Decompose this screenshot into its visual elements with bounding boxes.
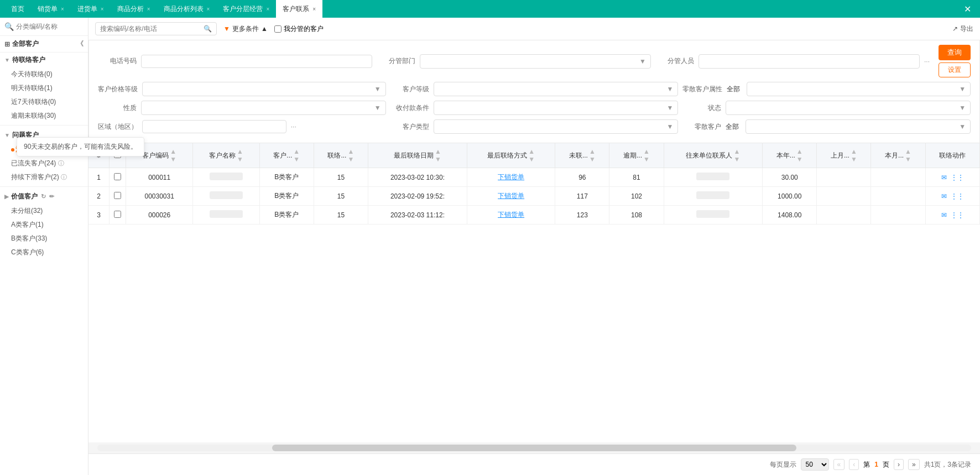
filter-field-price-level: 客户价格等级 ▼	[98, 82, 386, 96]
sidebar-item-churned[interactable]: 已流失客户(24) ⓘ	[0, 156, 88, 170]
sidebar-item-declining[interactable]: 持续下滑客户(2) ⓘ	[0, 170, 88, 184]
cell-contact-1: 15	[314, 187, 368, 206]
nav-purchase-order[interactable]: 进货单 ×	[71, 0, 111, 18]
last-method-link-1[interactable]: 下销货单	[498, 192, 524, 200]
action-more-icon-0[interactable]: ⋮⋮	[951, 174, 964, 181]
search-input[interactable]	[100, 25, 201, 33]
filter-retail-customer-select[interactable]: ▼	[746, 119, 971, 134]
cell-checkbox-1	[110, 187, 126, 206]
filter-phone-input[interactable]	[141, 55, 372, 68]
filter-region-input[interactable]	[142, 120, 286, 133]
filter-payment-select[interactable]: ▼	[434, 101, 679, 115]
sort-arrows-code[interactable]: ▲▼	[170, 148, 176, 163]
cell-last-method-1: 下销货单	[467, 187, 555, 206]
next-page-button[interactable]: ›	[894, 459, 904, 470]
search-button-icon[interactable]: 🔍	[204, 25, 212, 33]
nav-purchase-order-close[interactable]: ×	[101, 6, 104, 12]
filter-customer-level-select[interactable]: ▼	[434, 82, 679, 96]
filter-row-1: 电话号码 分管部门 ▼ 分管人员	[98, 45, 971, 77]
filter-label-phone: 电话号码	[98, 56, 137, 66]
filter-row-3: 性质 ▼ 收付款条件 ▼ 状态	[98, 101, 971, 115]
window-close-button[interactable]: ✕	[960, 4, 976, 14]
sort-arrows-last-month[interactable]: ▲▼	[851, 148, 857, 163]
my-customers-checkbox-wrap[interactable]: 我分管的客户	[274, 24, 324, 34]
nav-sales-order[interactable]: 销货单 ×	[31, 0, 71, 18]
filter-nature-select[interactable]: ▼	[141, 101, 386, 115]
sidebar-all-customers[interactable]: ⊞ 全部客户 《	[0, 36, 88, 53]
nav-customer-contact[interactable]: 客户联系 ×	[276, 0, 322, 18]
export-button[interactable]: ↗ 导出	[952, 24, 973, 34]
filter-manager-select[interactable]	[698, 54, 920, 69]
table-row: 3 000026 B类客户 15 2023-02-03 11:12: 下销货单 …	[88, 206, 980, 225]
filter-price-level-select[interactable]: ▼	[142, 82, 386, 96]
filter-customer-type-select[interactable]: ▼	[434, 119, 679, 134]
filter-icon: ▼	[223, 25, 230, 33]
nav-customer-segmentation-close[interactable]: ×	[266, 6, 269, 12]
sort-arrows-overdue[interactable]: ▲▼	[643, 148, 650, 163]
filter-field-region: 区域（地区） ···	[98, 120, 386, 133]
th-overdue: 逾期... ▲▼	[609, 143, 664, 168]
sidebar-group-value[interactable]: ▶ 价值客户 ↻ ✏	[0, 189, 88, 204]
sidebar-search-input[interactable]	[16, 23, 84, 30]
export-icon: ↗	[952, 25, 958, 33]
filter-label-price-level: 客户价格等级	[98, 85, 138, 94]
action-contact-icon-1[interactable]: ✉	[941, 192, 947, 200]
more-filter-button[interactable]: ▼ 更多条件 ▲	[223, 24, 268, 34]
sort-arrows-contact[interactable]: ▲▼	[347, 148, 354, 163]
nav-product-analysis[interactable]: 商品分析 ×	[111, 0, 157, 18]
nav-product-analysis-close[interactable]: ×	[147, 6, 150, 12]
nav-sales-order-close[interactable]: ×	[61, 6, 64, 12]
sort-arrows-this-month[interactable]: ▲▼	[905, 148, 911, 163]
prev-page-button[interactable]: ‹	[849, 459, 859, 470]
last-page-button[interactable]: »	[908, 459, 920, 470]
sidebar-item-today-pending[interactable]: 今天待联络(0)	[0, 67, 88, 81]
nav-customer-segmentation[interactable]: 客户分层经营 ×	[216, 0, 276, 18]
filter-manager-ellipsis[interactable]: ···	[924, 58, 930, 65]
sidebar-item-ungrouped[interactable]: 未分组(32)	[0, 204, 88, 218]
total-info: 共1页，3条记录	[924, 460, 971, 469]
filter-dept-select[interactable]: ▼	[420, 54, 651, 69]
last-method-link-0[interactable]: 下销货单	[498, 173, 524, 181]
sort-arrows-not-contacted[interactable]: ▲▼	[589, 148, 596, 163]
filter-retail-attr-select[interactable]: ▼	[747, 82, 971, 96]
sidebar-item-class-c[interactable]: C类客户(6)	[0, 246, 88, 259]
region-ellipsis[interactable]: ···	[291, 123, 296, 131]
th-this-year: 本年... ▲▼	[763, 143, 817, 168]
sort-arrows-year[interactable]: ▲▼	[796, 148, 803, 163]
sort-arrows-unit[interactable]: ▲▼	[733, 148, 740, 163]
nav-home[interactable]: 首页	[4, 0, 31, 18]
action-contact-icon-2[interactable]: ✉	[941, 211, 947, 219]
action-contact-icon-0[interactable]: ✉	[941, 174, 947, 181]
filter-field-payment: 收付款条件 ▼	[390, 101, 679, 115]
first-page-button[interactable]: «	[833, 459, 845, 470]
filter-label-nature: 性质	[98, 103, 137, 113]
cell-actions-1: ✉ ⋮⋮	[925, 187, 979, 206]
sidebar-item-tomorrow-pending[interactable]: 明天待联络(1)	[0, 81, 88, 95]
sort-arrows-last-date[interactable]: ▲▼	[435, 148, 441, 163]
sort-arrows-name[interactable]: ▲▼	[237, 148, 243, 163]
sidebar-item-class-b[interactable]: B类客户(33)	[0, 232, 88, 246]
my-customers-checkbox[interactable]	[274, 25, 282, 33]
action-more-icon-1[interactable]: ⋮⋮	[951, 192, 964, 200]
sidebar-group-pending[interactable]: ▼ 待联络客户	[0, 53, 88, 67]
query-button[interactable]: 查询	[939, 45, 971, 60]
nav-product-analysis-list[interactable]: 商品分析列表 ×	[157, 0, 217, 18]
sidebar-item-class-a[interactable]: A类客户(1)	[0, 218, 88, 232]
horizontal-scrollbar[interactable]	[97, 445, 971, 451]
sort-arrows-method[interactable]: ▲▼	[528, 148, 535, 163]
sidebar-item-7days-pending[interactable]: 近7天待联络(0)	[0, 95, 88, 109]
sort-arrows-type[interactable]: ▲▼	[293, 148, 300, 163]
page-size-select[interactable]: 50 100 200	[801, 458, 829, 471]
action-more-icon-2[interactable]: ⋮⋮	[951, 211, 964, 219]
nav-customer-contact-close[interactable]: ×	[312, 6, 316, 12]
row-checkbox-0[interactable]	[114, 173, 121, 180]
scrollbar-thumb[interactable]	[272, 445, 796, 451]
filter-row-4: 区域（地区） ··· 客户类型 ▼ 零散客户 全部	[98, 119, 971, 134]
sidebar-item-overdue-pending[interactable]: 逾期未联络(30)	[0, 109, 88, 123]
filter-status-select[interactable]: ▼	[726, 101, 971, 115]
row-checkbox-1[interactable]	[114, 192, 121, 199]
row-checkbox-2[interactable]	[114, 211, 121, 218]
settings-button[interactable]: 设置	[939, 62, 971, 77]
nav-product-analysis-list-close[interactable]: ×	[207, 6, 210, 12]
last-method-link-2[interactable]: 下销货单	[498, 211, 524, 218]
